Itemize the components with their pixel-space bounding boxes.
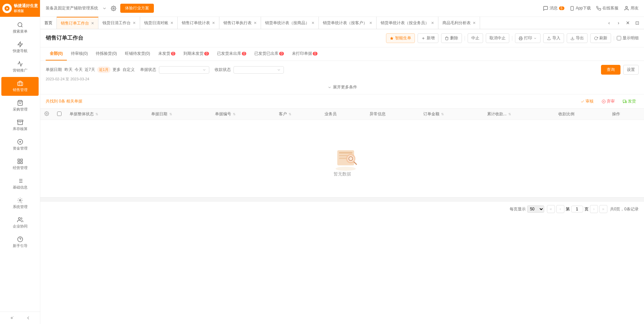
sidebar-item-purchase[interactable]: 采购管理: [1, 96, 39, 115]
tab-cash-daily[interactable]: 钱货日清工作台 ✕: [98, 17, 140, 29]
page-size-select[interactable]: 每页显示 10 20 50 100: [510, 205, 544, 213]
result-count-value: 0条: [59, 99, 65, 104]
svg-point-28: [626, 6, 627, 8]
tab-close-cash-reconcile[interactable]: ✕: [170, 21, 173, 25]
tab-close-sales-exec[interactable]: ✕: [254, 21, 257, 25]
tab-sales-workbench[interactable]: 销售订单工作台 ✕: [57, 17, 98, 29]
date-7days[interactable]: 近7天: [85, 67, 95, 73]
add-button[interactable]: 新增: [418, 33, 438, 43]
tab-sales-stat[interactable]: 销售订单统计表 ✕: [178, 17, 219, 29]
sidebar-item-company[interactable]: 企业协同: [1, 213, 39, 232]
sidebar-item-finance[interactable]: 资金管理: [1, 135, 39, 154]
col-received: 累计收款... ⇅: [483, 109, 554, 120]
last-page-btn[interactable]: »: [599, 205, 607, 213]
tab-maximize[interactable]: ⊡: [633, 19, 641, 27]
user-menu[interactable]: 用友: [624, 5, 639, 11]
page-input[interactable]: [571, 206, 583, 212]
col-settings-icon[interactable]: [44, 111, 49, 116]
sub-tab-wangpu-ship[interactable]: 旺铺待发货(0): [121, 47, 154, 60]
sort-received-icon[interactable]: ⇅: [508, 112, 511, 116]
print-button[interactable]: 打印: [515, 33, 541, 43]
smart-create-button[interactable]: 智能生单: [386, 33, 415, 43]
sidebar-item-operation[interactable]: 经营管理: [1, 155, 39, 174]
tab-sales-summary-product[interactable]: 销货单统计表（按商品） ✕: [261, 17, 319, 29]
show-detail-input[interactable]: [617, 36, 621, 40]
prev-page-btn[interactable]: ‹: [556, 205, 564, 213]
tab-close-sales-summary-product[interactable]: ✕: [311, 21, 314, 25]
tab-close-cash-daily[interactable]: ✕: [133, 21, 136, 25]
tab-close-sales-workbench[interactable]: ✕: [91, 21, 94, 26]
sub-tab-unprinted[interactable]: 未打印单据0: [288, 47, 321, 60]
tab-home[interactable]: 首页: [40, 17, 57, 29]
page-size-dropdown[interactable]: 10 20 50 100: [527, 205, 544, 213]
import-button[interactable]: 导入: [543, 33, 564, 43]
tab-sales-summary-staff[interactable]: 销货单统计表（按业务员） ✕: [377, 17, 438, 29]
show-detail-checkbox[interactable]: 显示明细: [617, 35, 639, 41]
date-yesterday[interactable]: 昨天: [65, 67, 73, 73]
sub-tab-pending-check[interactable]: 待拣验货(0): [92, 47, 121, 60]
expand-conditions-btn[interactable]: 展开更多条件: [46, 84, 639, 90]
tab-close-sales-stat[interactable]: ✕: [212, 21, 215, 25]
sort-no-icon[interactable]: ⇅: [233, 112, 235, 116]
date-today[interactable]: 今天: [75, 67, 83, 73]
sort-amount-icon[interactable]: ⇅: [441, 112, 444, 116]
date-more[interactable]: 更多: [113, 67, 121, 73]
sort-status-icon[interactable]: ⇅: [95, 112, 98, 116]
collapse-icon[interactable]: [26, 315, 31, 321]
sidebar-item-inventory[interactable]: 库存核算: [1, 116, 39, 135]
setting-button[interactable]: 设置: [623, 65, 639, 75]
sidebar-item-marketing[interactable]: 营销推广: [1, 57, 39, 76]
tab-profit-analysis[interactable]: 商品毛利分析表 ✕: [438, 17, 480, 29]
sidebar-item-basic[interactable]: 基础信息: [1, 174, 39, 193]
sub-tab-pending-audit[interactable]: 待审核(0): [67, 47, 92, 60]
sidebar-item-quick[interactable]: 快捷导航: [1, 38, 39, 57]
sub-tab-all[interactable]: 全部(0): [46, 47, 67, 60]
sub-tab-overdue-unshipped[interactable]: 到期未发货0: [179, 47, 213, 60]
sub-tab-shipped-not-out[interactable]: 已发货未出库0: [213, 47, 251, 60]
tab-close-sales-summary-customer[interactable]: ✕: [369, 21, 372, 25]
gear-icon[interactable]: [111, 6, 116, 11]
svg-marker-29: [390, 37, 393, 40]
query-button[interactable]: 查询: [601, 65, 620, 75]
message-btn[interactable]: 消息 6: [543, 5, 564, 11]
batch-audit-btn[interactable]: 审核: [578, 97, 596, 106]
solution-button[interactable]: 体验行业方案: [120, 4, 154, 13]
col-ratio: 收款比例: [554, 109, 608, 120]
tab-close-all[interactable]: ✕: [624, 19, 632, 27]
scrollbar-area[interactable]: [40, 197, 644, 201]
tab-close-sales-summary-staff[interactable]: ✕: [431, 21, 434, 25]
pause-button[interactable]: 中止: [468, 33, 483, 43]
system-title: 装备及固定资产辅助管理系统: [46, 5, 98, 11]
tab-close-profit-analysis[interactable]: ✕: [473, 21, 476, 25]
date-1month[interactable]: 近1月: [97, 67, 111, 73]
cancel-pause-button[interactable]: 取消中止: [486, 33, 509, 43]
settings-icon[interactable]: [9, 315, 14, 321]
sub-tab-shipped-out[interactable]: 已发货已出库0: [250, 47, 288, 60]
sub-tab-unshipped[interactable]: 未发货0: [154, 47, 180, 60]
tab-cash-reconcile[interactable]: 钱货日清对账 ✕: [140, 17, 178, 29]
sort-date-icon[interactable]: ⇅: [169, 112, 172, 116]
tab-sales-summary-customer[interactable]: 销货单统计表（按客户） ✕: [319, 17, 377, 29]
batch-ship-btn[interactable]: 发货: [620, 97, 639, 106]
payment-select[interactable]: [233, 66, 284, 74]
first-page-btn[interactable]: «: [547, 205, 555, 213]
col-checkbox[interactable]: [53, 109, 66, 120]
online-service-btn[interactable]: 在线客服: [596, 5, 618, 11]
sidebar-item-system[interactable]: 系统管理: [1, 194, 39, 213]
app-download-btn[interactable]: App下载: [570, 5, 591, 11]
export-button[interactable]: 导出: [567, 33, 588, 43]
tab-scroll-right[interactable]: ›: [614, 19, 622, 27]
select-all-checkbox[interactable]: [57, 112, 61, 116]
sidebar-item-search[interactable]: 搜索菜单: [1, 18, 39, 37]
refresh-button[interactable]: 刷新: [590, 33, 611, 43]
next-page-btn[interactable]: ›: [590, 205, 598, 213]
delete-button[interactable]: 删除: [441, 33, 462, 43]
tab-sales-exec[interactable]: 销售订单执行表 ✕: [219, 17, 261, 29]
tab-scroll-left[interactable]: ‹: [605, 19, 613, 27]
sidebar-item-sales[interactable]: 销售管理: [1, 77, 39, 96]
sidebar-item-guide[interactable]: 新手引导: [1, 233, 39, 252]
status-select[interactable]: [159, 66, 209, 74]
date-custom[interactable]: 自定义: [123, 67, 135, 73]
batch-reject-btn[interactable]: 弃审: [599, 97, 617, 106]
sort-customer-icon[interactable]: ⇅: [289, 112, 291, 116]
